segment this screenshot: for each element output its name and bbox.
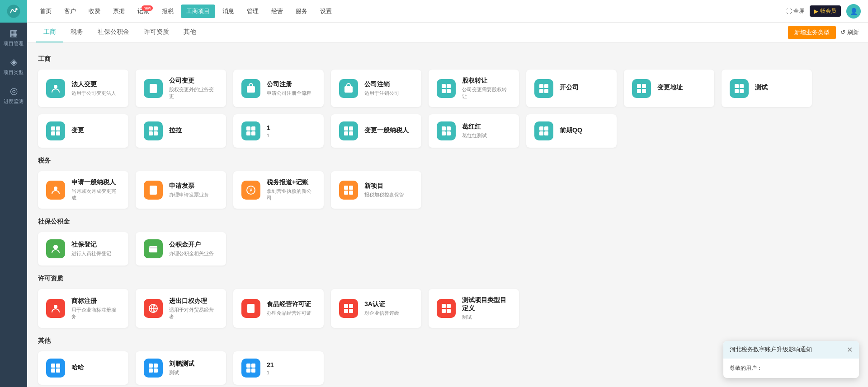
tab-other[interactable]: 其他 [176,23,203,42]
section-title-gongshang: 工商 [38,55,857,63]
card-name-liu-peng-test: 刘鹏测试 [169,360,218,368]
card-new-project[interactable]: 新项目报税加税控盘保管 [331,171,421,209]
nav-accounting[interactable]: 记账 new [132,5,155,18]
svg-rect-60 [344,191,348,195]
card-fund-account[interactable]: 公积金开户办理公积金相关业务 [136,232,226,266]
card-icon-gehonghong [437,121,456,140]
card-icon-apply-invoice [144,181,163,200]
nav-clients[interactable]: 客户 [59,5,81,18]
notification-popup: 河北税务数字账户升级影响通知 ✕ 尊敬的用户： [723,341,859,378]
sidebar-item-progress-monitor[interactable]: ◎ 进度监测 [0,80,27,109]
card-company-change[interactable]: 公司变更股权变更外的业务变更 [136,70,226,107]
card-liu-peng-test[interactable]: 刘鹏测试测试 [136,351,226,385]
svg-rect-80 [447,309,451,313]
tab-bizreg[interactable]: 工商 [36,23,63,42]
tab-bar-actions: 新增业务类型 ↺ 刷新 [788,26,859,39]
card-company-cancel[interactable]: 公司注销适用于注销公司 [331,70,421,107]
svg-rect-75 [344,309,348,313]
nav-ops[interactable]: 经营 [266,5,288,18]
card-change-address[interactable]: 变更地址 [624,70,714,107]
card-import-export[interactable]: 进出口权办理适用于对外贸易经营者 [136,289,226,328]
nav-settings[interactable]: 设置 [315,5,337,18]
nav-bizproject[interactable]: 工商项目 [181,5,215,18]
sidebar-logo[interactable] [0,0,27,23]
refresh-button[interactable]: ↺ 刷新 [840,28,859,37]
svg-rect-87 [149,368,153,373]
card-desc-social-register: 进行人员社保登记 [71,250,120,257]
sidebar-item-project-type[interactable]: ◈ 项目类型 [0,51,27,80]
card-change-gen-tax[interactable]: 变更一般纳税人 [331,114,421,148]
card-num1[interactable]: 11 [233,114,324,148]
card-icon-equity-transfer [437,79,456,98]
card-icon-haha [46,359,65,378]
svg-point-2 [54,85,57,89]
nav-messages[interactable]: 消息 [217,5,240,18]
card-open-company[interactable]: 开公司 [526,70,617,107]
card-icon-change-address [632,79,651,98]
tab-license[interactable]: 许可资质 [137,23,176,42]
card-test[interactable]: 测试 [722,70,812,107]
nav-tax[interactable]: 报税 [156,5,179,18]
card-social-register[interactable]: 社保登记进行人员社保登记 [38,232,128,266]
svg-rect-84 [56,368,60,373]
svg-rect-19 [637,84,641,88]
card-name-change-address: 变更地址 [657,84,706,92]
nav-service[interactable]: 服务 [290,5,313,18]
svg-rect-81 [51,364,55,368]
card-trademark[interactable]: 商标注册用于企业商标注册服务 [38,289,128,328]
notification-close[interactable]: ✕ [847,345,853,354]
svg-point-64 [54,305,57,308]
svg-rect-23 [735,84,739,88]
card-apply-general-tax[interactable]: 申请一般纳税人当月或次月成变更完成 [38,171,128,209]
svg-rect-62 [149,246,157,252]
card-change[interactable]: 变更 [38,114,128,148]
card-name-apply-invoice: 申请发票 [169,182,218,190]
card-name-company-register: 公司注册 [267,80,316,89]
section-xuke: 许可资质 商标注册用于企业商标注册服务 进出口权办理适用于对外贸易经营者 食品经… [38,275,857,328]
svg-rect-43 [442,126,446,131]
nav-billing[interactable]: 收费 [83,5,106,18]
card-name-test: 测试 [755,84,804,92]
sidebar-item-project-manage[interactable]: ▦ 项目管理 [0,23,27,51]
card-test-type-def[interactable]: 测试项目类型目定义测试 [429,289,519,328]
notification-body: 尊敬的用户： [723,359,859,378]
card-3a-cert[interactable]: 3A认证对企业信誉评级 [331,289,421,328]
svg-rect-20 [642,84,646,88]
card-desc-test-type-def: 测试 [462,314,511,321]
card-tax-report-accounting[interactable]: ¥ 税务报道+记账拿到营业执照的新公司 [233,171,324,209]
card-food-license[interactable]: 食品经营许可证办理食品经营许可证 [233,289,324,328]
card-name-fund-account: 公积金开户 [169,241,218,249]
card-icon-liu-peng-test [144,359,163,378]
progress-monitor-icon: ◎ [10,85,18,96]
svg-rect-47 [539,126,543,131]
svg-rect-86 [154,364,158,368]
svg-rect-21 [637,89,641,93]
tab-social[interactable]: 社保公积金 [90,23,137,42]
card-company-register[interactable]: 公司注册申请公司注册全流程 [233,70,324,107]
card-haha[interactable]: 哈哈 [38,351,128,385]
svg-point-51 [54,187,57,190]
svg-rect-33 [149,131,153,135]
card-gehonghong[interactable]: 葛红红葛红红测试 [429,114,519,148]
card-equity-transfer[interactable]: 股权转让公司变更需要股权转让 [429,70,519,107]
card-qianqi-qq[interactable]: 前期QQ [526,114,617,148]
avatar[interactable]: 👤 [846,4,861,19]
svg-rect-46 [447,131,451,135]
card-desc-company-register: 申请公司注册全流程 [267,90,316,97]
nav-tickets[interactable]: 票据 [108,5,130,18]
card-name-trademark: 商标注册 [71,297,120,305]
new-type-button[interactable]: 新增业务类型 [788,26,836,39]
nav-manage[interactable]: 管理 [241,5,264,18]
card-legal-change[interactable]: 法人变更适用于公司变更法人 [38,70,128,107]
vip-button[interactable]: ▶ 畅会员 [810,5,841,17]
tab-tax[interactable]: 税务 [63,23,90,42]
section-shuiwu: 税务 申请一般纳税人当月或次月成变更完成 申请发票办理申请发票业务 ¥ 税务报道… [38,157,857,209]
card-apply-invoice[interactable]: 申请发票办理申请发票业务 [136,171,226,209]
nav-home[interactable]: 首页 [34,5,57,18]
card-icon-new-project [339,181,358,200]
card-name-change-gen-tax: 变更一般纳税人 [364,126,413,135]
card-lala[interactable]: 拉拉 [136,114,226,148]
card-num21[interactable]: 211 [233,351,324,385]
fullscreen-button[interactable]: ⛶ 全屏 [786,7,804,15]
svg-rect-76 [349,309,353,313]
